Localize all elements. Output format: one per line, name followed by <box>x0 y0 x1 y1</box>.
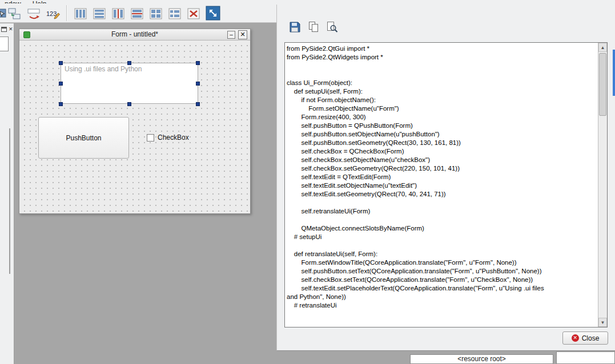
code-line: Form.setWindowTitle(QCoreApplication.tra… <box>287 258 597 267</box>
form-window-titlebar[interactable]: Form - untitled* – ✕ <box>19 29 250 41</box>
code-line: def setupUi(self, Form): <box>287 87 597 96</box>
scrollbar-thumb[interactable] <box>599 53 606 116</box>
code-line: self.pushButton.setText(QCoreApplication… <box>287 267 597 276</box>
copy-button[interactable] <box>306 21 321 35</box>
textedit-widget[interactable]: Using .ui files and Python <box>61 63 198 104</box>
code-line: self.textEdit.setPlaceholderText(QCoreAp… <box>287 284 597 293</box>
code-line: # setupUi <box>287 233 597 241</box>
form-canvas[interactable]: Using .ui files and Python PushButton Ch… <box>19 41 250 213</box>
code-line <box>287 62 597 70</box>
code-line: Form.setObjectName(u"Form") <box>287 104 597 113</box>
code-line: self.retranslateUi(Form) <box>287 207 597 216</box>
layout-vertically-splitter-icon <box>131 7 143 22</box>
code-line: and Python", None)) <box>287 293 597 301</box>
code-line: self.pushButton.setGeometry(QRect(30, 13… <box>287 139 597 147</box>
adjust-size-button[interactable] <box>205 6 221 22</box>
code-line: self.checkBox = QCheckBox(Form) <box>287 147 597 156</box>
layout-form-button[interactable] <box>167 7 182 22</box>
close-window-button[interactable]: ✕ <box>238 30 247 39</box>
code-line <box>287 70 597 79</box>
code-vertical-scrollbar[interactable] <box>598 43 607 327</box>
selection-handle-top-right[interactable] <box>196 61 200 65</box>
code-line <box>287 199 597 207</box>
form-editor-window: Form - untitled* – ✕ Using .ui files and… <box>19 29 251 214</box>
layout-horizontally-splitter-icon <box>112 7 124 22</box>
menubar: ndowHelp <box>5 0 142 3</box>
layout-vertically-icon <box>93 7 106 22</box>
edit-tab-order-icon: 123 <box>46 7 61 22</box>
edit-buddies-button[interactable] <box>26 7 41 22</box>
scroll-down-arrow-icon[interactable] <box>598 318 607 327</box>
dock-filter-input[interactable] <box>0 37 9 51</box>
code-line: QMetaObject.connectSlotsByName(Form) <box>287 224 597 233</box>
layout-vertically-button[interactable] <box>92 7 107 22</box>
code-line: self.textEdit.setGeometry(QRect(70, 40, … <box>287 190 597 199</box>
code-line: self.checkBox.setObjectName(u"checkBox") <box>287 156 597 164</box>
dock-float-icon[interactable] <box>1 27 7 32</box>
form-window-icon <box>23 31 30 38</box>
selection-handle-mid-left[interactable] <box>59 82 63 86</box>
selection-handle-bottom-right[interactable] <box>196 102 200 106</box>
layout-vertically-splitter-button[interactable] <box>130 7 144 22</box>
checkbox-label[interactable]: CheckBox <box>158 134 189 142</box>
layout-horizontally-splitter-button[interactable] <box>111 7 126 22</box>
code-line: class Ui_Form(object): <box>287 79 597 87</box>
layout-grid-icon <box>150 7 162 22</box>
pushbutton-widget[interactable]: PushButton <box>38 117 129 159</box>
menu-help[interactable]: Help <box>33 1 47 3</box>
toolbar-separator <box>66 5 67 21</box>
layout-horizontally-icon <box>74 7 87 22</box>
selection-handle-bottom-center[interactable] <box>127 102 131 106</box>
code-line: self.checkBox.setGeometry(QRect(220, 150… <box>287 164 597 173</box>
selection-handle-top-center[interactable] <box>127 61 131 65</box>
selection-handle-mid-right[interactable] <box>196 82 200 86</box>
close-dialog-button[interactable]: ✕ Close <box>562 331 608 345</box>
qt-designer-screen: ndowHelp 123 <box>0 0 615 364</box>
code-line: self.pushButton = QPushButton(Form) <box>287 122 597 130</box>
layout-horizontally-button[interactable] <box>73 7 88 22</box>
close-button-label: Close <box>582 334 600 342</box>
code-line: self.textEdit = QTextEdit(Form) <box>287 173 597 181</box>
widget-box-dock: ✕ <box>0 23 14 364</box>
selection-handle-top-left[interactable] <box>59 61 63 65</box>
find-button[interactable] <box>324 21 339 35</box>
checkbox-indicator[interactable] <box>147 134 154 141</box>
save-button[interactable] <box>287 21 302 35</box>
edit-signals-slots-button[interactable] <box>7 7 22 22</box>
resource-root-item[interactable]: <resource root> <box>410 354 553 364</box>
layout-grid-button[interactable] <box>148 7 163 22</box>
svg-text:123: 123 <box>46 10 57 17</box>
find-icon <box>326 21 338 35</box>
code-line: # retranslateUi <box>287 301 597 310</box>
code-line: def retranslateUi(self, Form): <box>287 250 597 258</box>
code-view[interactable]: from PySide2.QtGui import *from PySide2.… <box>284 42 608 327</box>
code-content: from PySide2.QtGui import *from PySide2.… <box>285 43 598 327</box>
code-line: from PySide2.QtGui import * <box>287 45 597 53</box>
code-line: self.textEdit.setObjectName(u"textEdit") <box>287 181 597 190</box>
menu-window[interactable]: ndow <box>5 1 21 3</box>
layout-form-icon <box>168 7 181 22</box>
copy-icon <box>308 21 320 35</box>
code-line: from PySide2.QtWidgets import * <box>287 53 597 62</box>
break-layout-icon <box>187 7 200 22</box>
resource-panel-fragment <box>556 351 615 364</box>
code-line: self.checkBox.setText(QCoreApplication.t… <box>287 276 597 284</box>
dock-scrollbar[interactable] <box>9 128 10 274</box>
code-preview-dialog: from PySide2.QtGui import *from PySide2.… <box>276 5 615 351</box>
edit-signals-slots-icon <box>8 7 21 22</box>
code-line: self.pushButton.setObjectName(u"pushButt… <box>287 130 597 139</box>
minimize-button[interactable]: – <box>227 31 235 39</box>
scroll-up-arrow-icon[interactable] <box>598 43 607 52</box>
close-circle-icon: ✕ <box>572 334 579 342</box>
dock-close-icon[interactable]: ✕ <box>9 26 13 33</box>
code-line <box>287 216 597 224</box>
break-layout-button[interactable] <box>186 7 201 22</box>
adjust-size-icon <box>206 6 220 22</box>
code-line: Form.resize(400, 300) <box>287 113 597 122</box>
code-line <box>287 241 597 250</box>
edge-highlight <box>613 50 615 96</box>
edit-tab-order-button[interactable]: 123 <box>46 7 61 22</box>
save-icon <box>289 21 301 35</box>
code-line: if not Form.objectName(): <box>287 96 597 104</box>
selection-handle-bottom-left[interactable] <box>59 102 63 106</box>
